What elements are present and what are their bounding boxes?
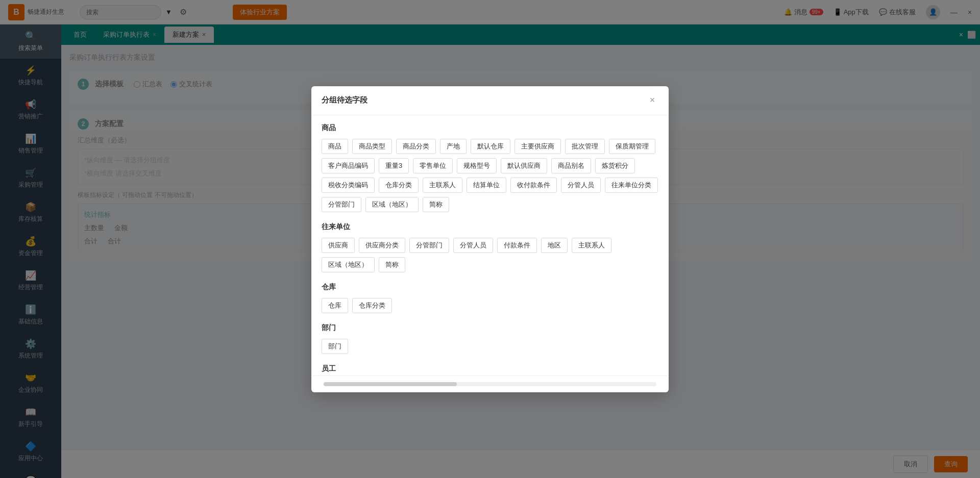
field-tag-shelf-life[interactable]: 保质期管理: [609, 139, 655, 154]
horizontal-scrollbar-track[interactable]: [324, 382, 656, 386]
field-tag-goods-category[interactable]: 商品分类: [396, 139, 436, 154]
field-tag-region[interactable]: 区域（地区）: [365, 197, 419, 212]
field-tag-default-supplier[interactable]: 默认供应商: [501, 158, 547, 173]
field-section-counterparty: 往来单位 供应商 供应商分类 分管部门 分管人员 付款条件 地区 主联系人 区域…: [322, 222, 658, 272]
warehouse-section-title: 仓库: [322, 283, 658, 292]
counterparty-field-tags: 供应商 供应商分类 分管部门 分管人员 付款条件 地区 主联系人 区域（地区） …: [322, 238, 658, 272]
field-tag-spec-model[interactable]: 规格型号: [457, 158, 497, 173]
field-tag-payment-condition[interactable]: 付款条件: [497, 238, 537, 253]
field-tag-tax-code[interactable]: 税收分类编码: [322, 178, 375, 193]
modal-header: 分组待选字段 ×: [311, 86, 669, 115]
field-tag-warehouse-category[interactable]: 仓库分类: [379, 178, 419, 193]
field-tag-abbr2[interactable]: 简称: [379, 257, 405, 272]
field-tag-goods[interactable]: 商品: [322, 139, 348, 154]
field-tag-department[interactable]: 部门: [322, 339, 348, 354]
modal-close-button[interactable]: ×: [646, 94, 658, 107]
modal-overlay: 分组待选字段 × 商品 商品 商品类型 商品分类 产地 默认仓库 主要供应商 批…: [0, 0, 980, 478]
field-tag-warehouse[interactable]: 仓库: [322, 298, 348, 313]
field-tag-customer-code[interactable]: 客户商品编码: [322, 158, 375, 173]
field-tag-abbreviation[interactable]: 简称: [423, 197, 449, 212]
field-tag-origin[interactable]: 产地: [440, 139, 467, 154]
field-tag-supplier[interactable]: 供应商: [322, 238, 355, 253]
field-tag-payment-terms[interactable]: 收付款条件: [510, 178, 557, 193]
field-tag-main-contact[interactable]: 主联系人: [423, 178, 462, 193]
field-tag-main-contact2[interactable]: 主联系人: [572, 238, 611, 253]
field-section-dept: 部门 部门: [322, 323, 658, 354]
field-tag-goods-alias[interactable]: 商品别名: [551, 158, 591, 173]
field-tag-supervised-person[interactable]: 分管人员: [453, 238, 493, 253]
field-tag-dept[interactable]: 分管部门: [322, 197, 361, 212]
field-tag-supplier-category[interactable]: 供应商分类: [359, 238, 405, 253]
field-tag-goods-type[interactable]: 商品类型: [352, 139, 392, 154]
field-section-warehouse: 仓库 仓库 仓库分类: [322, 283, 658, 313]
scrollbar-area: [322, 382, 658, 386]
field-tag-weight3[interactable]: 重量3: [379, 158, 409, 173]
field-tag-region2[interactable]: 区域（地区）: [322, 257, 375, 272]
counterparty-section-title: 往来单位: [322, 222, 658, 232]
goods-section-title: 商品: [322, 123, 658, 133]
field-section-employee: 员工 业务员: [322, 364, 658, 375]
field-section-goods: 商品 商品 商品类型 商品分类 产地 默认仓库 主要供应商 批次管理 保质期管理…: [322, 123, 658, 212]
field-tag-default-warehouse[interactable]: 默认仓库: [471, 139, 510, 154]
modal-title: 分组待选字段: [322, 95, 368, 105]
field-tag-retail-unit[interactable]: 零售单位: [413, 158, 453, 173]
field-select-modal: 分组待选字段 × 商品 商品 商品类型 商品分类 产地 默认仓库 主要供应商 批…: [311, 86, 669, 392]
field-tag-settlement-unit[interactable]: 结算单位: [467, 178, 506, 193]
modal-body[interactable]: 商品 商品 商品类型 商品分类 产地 默认仓库 主要供应商 批次管理 保质期管理…: [311, 115, 669, 375]
horizontal-scrollbar-thumb[interactable]: [324, 382, 457, 386]
dept-section-title: 部门: [322, 323, 658, 333]
field-tag-supervisor[interactable]: 分管人员: [561, 178, 601, 193]
field-tag-batch-mgmt[interactable]: 批次管理: [565, 139, 605, 154]
field-tag-area[interactable]: 地区: [541, 238, 568, 253]
goods-field-tags: 商品 商品类型 商品分类 产地 默认仓库 主要供应商 批次管理 保质期管理 客户…: [322, 139, 658, 212]
field-tag-refine-points[interactable]: 炼货积分: [595, 158, 635, 173]
field-tag-supervised-dept[interactable]: 分管部门: [409, 238, 449, 253]
field-tag-main-supplier[interactable]: 主要供应商: [514, 139, 561, 154]
employee-section-title: 员工: [322, 364, 658, 373]
field-tag-counterparty-category[interactable]: 往来单位分类: [605, 178, 658, 193]
field-tag-warehouse-cat[interactable]: 仓库分类: [352, 298, 392, 313]
modal-footer: [311, 375, 669, 392]
warehouse-field-tags: 仓库 仓库分类: [322, 298, 658, 313]
dept-field-tags: 部门: [322, 339, 658, 354]
